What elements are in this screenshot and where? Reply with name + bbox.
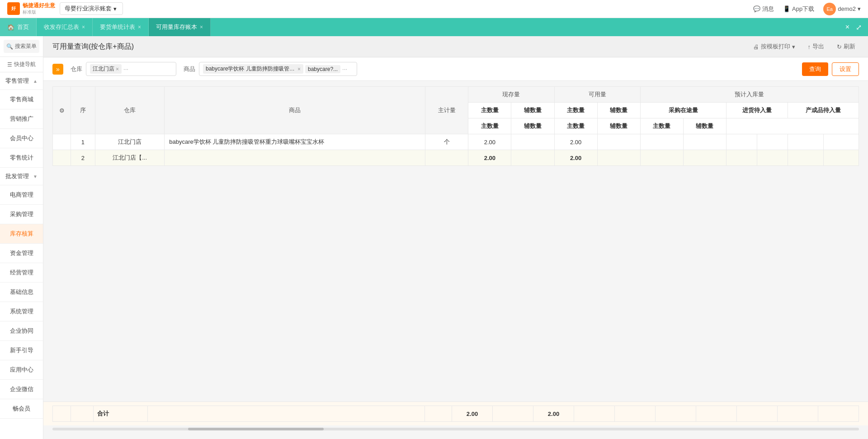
tab-order-stats[interactable]: 要货单统计表 × bbox=[93, 18, 149, 36]
row-goods-in-aux bbox=[757, 134, 788, 150]
warehouse-tag-text: 江北门店 bbox=[93, 65, 114, 73]
sidebar-item-wholesale-mgmt[interactable]: 批发管理 ▼ bbox=[0, 168, 43, 185]
sidebar-item-enterprise-wechat[interactable]: 企业微信 bbox=[0, 380, 43, 399]
row-settings bbox=[53, 134, 71, 150]
sidebar-item-app-center[interactable]: 应用中心 bbox=[0, 360, 43, 380]
horizontal-scrollbar[interactable] bbox=[43, 425, 868, 433]
scrollbar-thumb[interactable] bbox=[188, 428, 324, 430]
purchase-in-aux-header: 辅数量 bbox=[511, 118, 554, 134]
subtotal-warehouse: 江北门店【... bbox=[95, 150, 164, 166]
row-product-in-main bbox=[788, 134, 823, 150]
tab-home[interactable]: 🏠 首页 bbox=[0, 18, 37, 36]
sidebar-item-new-guide[interactable]: 新手引导 bbox=[0, 341, 43, 360]
sidebar-item-retail-stats[interactable]: 零售统计 bbox=[0, 148, 43, 168]
page-actions: 🖨 按模板打印 ▾ ↑ 导出 ↻ 刷新 bbox=[750, 41, 859, 52]
subtotal-purchase-in-aux bbox=[683, 150, 726, 166]
industry-selector[interactable]: 母婴行业演示账套 ▾ bbox=[60, 2, 123, 15]
row-avail-main: 2.00 bbox=[554, 134, 597, 150]
sidebar-item-member-center[interactable]: 会员中心 bbox=[0, 129, 43, 148]
tab-receipts[interactable]: 收发存汇总表 × bbox=[37, 18, 93, 36]
refresh-icon: ↻ bbox=[837, 43, 842, 50]
remove-product-tag-1-btn[interactable]: × bbox=[297, 66, 301, 72]
sidebar-item-member[interactable]: 畅会员 bbox=[0, 399, 43, 419]
page-title: 可用量查询(按仓库+商品) bbox=[52, 42, 134, 52]
product-input[interactable]: babycare学饮杯 儿童防摔防撞吸管杯重力球吸嘴杯宝宝水杯 × babyca… bbox=[199, 62, 357, 76]
settings-col-header[interactable]: ⚙ bbox=[53, 87, 71, 134]
username: demo2 bbox=[838, 5, 856, 12]
goods-in-main-header: 主数量 bbox=[554, 118, 597, 134]
sidebar-item-ecommerce-mgmt[interactable]: 电商管理 bbox=[0, 185, 43, 205]
app-download-btn[interactable]: 📱 App下载 bbox=[783, 5, 814, 13]
message-btn[interactable]: 💬 消息 bbox=[753, 5, 774, 13]
sidebar-item-finance-mgmt-label: 资金管理 bbox=[10, 249, 33, 257]
message-icon: 💬 bbox=[753, 5, 760, 12]
tab-available-stock[interactable]: 可用量库存账本 × bbox=[149, 18, 211, 36]
subtotal-avail-aux bbox=[597, 150, 640, 166]
sidebar-item-system-mgmt[interactable]: 系统管理 bbox=[0, 302, 43, 321]
sidebar-item-basic-info[interactable]: 基础信息 bbox=[0, 283, 43, 302]
subtotal-product bbox=[165, 150, 425, 166]
maximize-btn[interactable]: ⤢ bbox=[853, 21, 864, 33]
close-icon[interactable]: × bbox=[138, 24, 141, 30]
sidebar-item-purchase-mgmt[interactable]: 采购管理 bbox=[0, 205, 43, 224]
close-icon[interactable]: × bbox=[82, 24, 85, 30]
product-label: 商品 bbox=[184, 65, 195, 73]
subtotal-product-in-aux bbox=[823, 150, 859, 166]
sidebar-item-inventory-check[interactable]: 库存核算 bbox=[0, 224, 43, 244]
total-stock-main: 2.00 bbox=[452, 406, 493, 422]
table-footer: 合计 2.00 2.00 bbox=[43, 401, 868, 425]
query-btn[interactable]: 查询 bbox=[802, 62, 828, 76]
sidebar-item-new-guide-label: 新手引导 bbox=[10, 346, 33, 354]
chevron-down-icon: ▼ bbox=[33, 174, 38, 179]
sidebar-item-finance-mgmt[interactable]: 资金管理 bbox=[0, 244, 43, 263]
sidebar-item-ecommerce-mgmt-label: 电商管理 bbox=[10, 191, 33, 199]
total-avail-main: 2.00 bbox=[533, 406, 574, 422]
table-container: ⚙ 序 仓库 商品 主计量 现存量 可用量 预计入库量 主数量 辅数量 主数量 … bbox=[43, 81, 868, 439]
row-product: babycare学饮杯 儿童防摔防撞吸管杯重力球吸嘴杯宝宝水杯 bbox=[165, 134, 425, 150]
row-unit: 个 bbox=[425, 134, 468, 150]
sidebar-item-operation-mgmt[interactable]: 经营管理 bbox=[0, 263, 43, 283]
expand-filter-btn[interactable]: » bbox=[52, 64, 63, 75]
close-icon[interactable]: × bbox=[200, 24, 203, 30]
quick-nav-btn[interactable]: ☰ 快捷导航 bbox=[0, 57, 43, 72]
logo-icon: 好 bbox=[7, 2, 20, 15]
subtotal-avail-main: 2.00 bbox=[554, 150, 597, 166]
search-menu-label: 搜索菜单 bbox=[15, 42, 37, 50]
setting-btn[interactable]: 设置 bbox=[832, 62, 859, 76]
subtotal-product-in-main bbox=[788, 150, 823, 166]
product-tag-1-text: babycare学饮杯 儿童防摔防撞吸管杯重力球吸嘴杯宝宝水杯 bbox=[206, 65, 296, 73]
sidebar-item-enterprise-collab-label: 企业协同 bbox=[10, 327, 33, 335]
logo-text: 畅捷通好生意 bbox=[23, 2, 55, 9]
avail-aux-header: 辅数量 bbox=[597, 103, 640, 118]
sidebar-item-retail-mall[interactable]: 零售商城 bbox=[0, 90, 43, 109]
sidebar-item-operation-mgmt-label: 经营管理 bbox=[10, 269, 33, 277]
export-btn[interactable]: ↑ 导出 bbox=[804, 41, 828, 52]
user-menu-btn[interactable]: Ea demo2 ▾ bbox=[823, 3, 861, 15]
sidebar-item-member-label: 畅会员 bbox=[13, 405, 30, 413]
tab-home-label: 首页 bbox=[17, 23, 29, 31]
subtotal-stock-main: 2.00 bbox=[468, 150, 511, 166]
more-icon: ··· bbox=[123, 66, 128, 72]
search-menu-btn[interactable]: 🔍 搜索菜单 bbox=[4, 40, 39, 53]
remove-warehouse-tag-btn[interactable]: × bbox=[116, 66, 119, 72]
row-product-in-aux bbox=[823, 134, 859, 150]
product-tag-2-text: babycare?... bbox=[308, 66, 338, 72]
sidebar-item-retail-mgmt[interactable]: 零售管理 ▲ bbox=[0, 72, 43, 90]
home-icon: 🏠 bbox=[7, 24, 14, 31]
subtotal-purchase-in-main bbox=[640, 150, 683, 166]
refresh-btn[interactable]: ↻ 刷新 bbox=[833, 41, 859, 52]
logo-sub: 标准版 bbox=[23, 9, 55, 15]
main-layout: 🔍 搜索菜单 ☰ 快捷导航 零售管理 ▲ 零售商城 营销推广 会员中心 零售统计… bbox=[0, 36, 868, 439]
sidebar-item-system-mgmt-label: 系统管理 bbox=[10, 307, 33, 316]
close-all-btn[interactable]: × bbox=[843, 21, 852, 33]
sidebar-item-enterprise-collab[interactable]: 企业协同 bbox=[0, 321, 43, 341]
filter-bar: » 仓库 江北门店 × ··· 商品 babycare学饮杯 儿童防摔防撞吸管杯… bbox=[43, 57, 868, 81]
planned-header: 预计入库量 bbox=[640, 87, 859, 103]
subtotal-goods-in-aux bbox=[757, 150, 788, 166]
template-print-btn[interactable]: 🖨 按模板打印 ▾ bbox=[750, 41, 799, 52]
sidebar-item-member-center-label: 会员中心 bbox=[10, 134, 33, 142]
warehouse-input[interactable]: 江北门店 × ··· bbox=[86, 62, 176, 76]
sidebar-item-marketing[interactable]: 营销推广 bbox=[0, 109, 43, 129]
unit-col-header: 主计量 bbox=[425, 87, 468, 134]
logo-area: 好 畅捷通好生意 标准版 bbox=[7, 2, 55, 15]
